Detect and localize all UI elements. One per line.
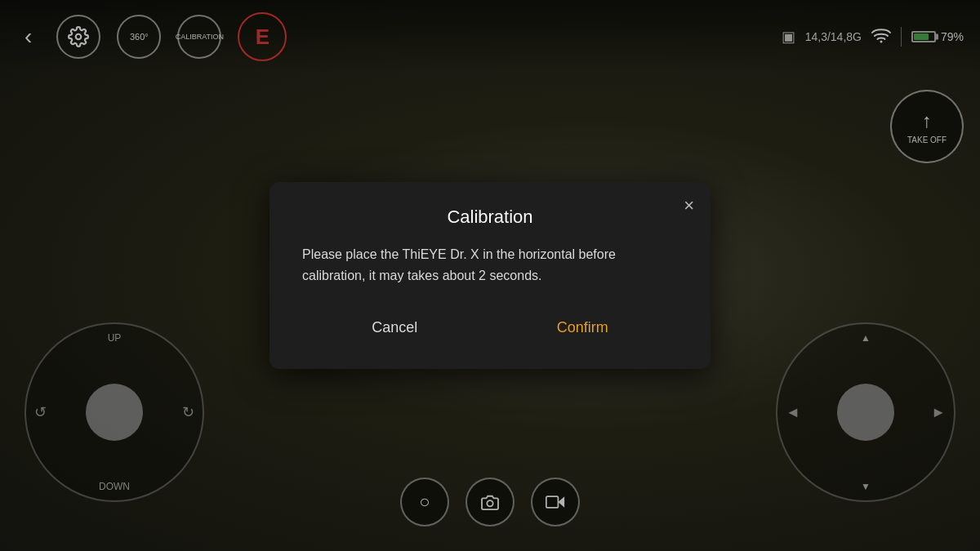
confirm-button[interactable]: Confirm xyxy=(532,311,633,344)
modal-body: Please place the ThiEYE Dr. X in the hor… xyxy=(302,244,678,286)
modal-overlay: × Calibration Please place the ThiEYE Dr… xyxy=(0,0,980,551)
cancel-button[interactable]: Cancel xyxy=(347,311,442,344)
calibration-modal: × Calibration Please place the ThiEYE Dr… xyxy=(270,182,710,368)
modal-close-button[interactable]: × xyxy=(684,195,694,216)
modal-title: Calibration xyxy=(302,207,678,228)
modal-actions: Cancel Confirm xyxy=(302,311,678,344)
